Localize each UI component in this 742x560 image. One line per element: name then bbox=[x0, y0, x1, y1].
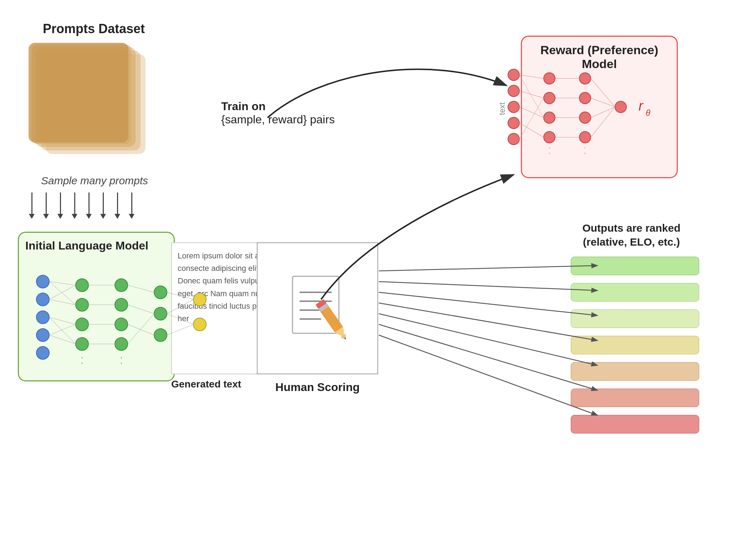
svg-line-95 bbox=[379, 324, 598, 390]
arrow-3 bbox=[57, 192, 63, 219]
arrow-8 bbox=[128, 192, 135, 219]
generated-text-label: Generated text bbox=[171, 379, 241, 390]
ilm-title: Initial Language Model bbox=[25, 239, 167, 252]
ranked-bar-1 bbox=[571, 283, 699, 302]
sample-label: Sample many prompts bbox=[41, 175, 148, 187]
arrow-7 bbox=[114, 192, 121, 219]
svg-line-94 bbox=[379, 314, 598, 365]
human-scoring-box bbox=[257, 242, 378, 374]
ranked-bar-6 bbox=[571, 415, 699, 433]
svg-line-92 bbox=[379, 292, 598, 315]
svg-line-93 bbox=[379, 303, 598, 340]
arrow-6 bbox=[100, 192, 106, 219]
train-subtext: {sample, reward} pairs bbox=[221, 113, 335, 126]
diagram-container: Prompts Dataset Sample many prompts Init… bbox=[0, 0, 742, 560]
outputs-label: Outputs are ranked(relative, ELO, etc.) bbox=[567, 221, 696, 249]
svg-point-57 bbox=[508, 101, 519, 113]
ranked-bar-5 bbox=[571, 389, 699, 407]
arrow-5 bbox=[86, 192, 92, 219]
arrow-2 bbox=[43, 192, 49, 219]
svg-point-58 bbox=[508, 117, 519, 129]
stacked-papers bbox=[29, 43, 150, 157]
prompts-dataset-label: Prompts Dataset bbox=[43, 21, 145, 36]
human-scoring-icon bbox=[285, 273, 350, 344]
reward-box: Reward (Preference) Model bbox=[521, 36, 678, 178]
arrow-4 bbox=[71, 192, 78, 219]
ranked-bar-0 bbox=[571, 257, 699, 275]
ranked-bars bbox=[571, 257, 699, 433]
ranked-bar-3 bbox=[571, 336, 699, 354]
ilm-box: Initial Language Model bbox=[18, 232, 175, 381]
svg-line-90 bbox=[379, 266, 598, 271]
svg-point-56 bbox=[508, 85, 519, 97]
outputs-title: Outputs are ranked(relative, ELO, etc.) bbox=[582, 222, 680, 248]
svg-point-55 bbox=[508, 69, 519, 81]
svg-point-59 bbox=[508, 133, 519, 145]
svg-text:text: text bbox=[498, 102, 507, 115]
reward-title: Reward (Preference) Model bbox=[528, 43, 670, 71]
arrows-down bbox=[29, 192, 135, 219]
ranked-bar-4 bbox=[571, 362, 699, 381]
ranked-bar-2 bbox=[571, 309, 699, 328]
svg-line-91 bbox=[379, 282, 598, 291]
arrow-1 bbox=[29, 192, 35, 219]
human-scoring-label: Human Scoring bbox=[262, 381, 373, 394]
train-bold: Train on bbox=[221, 100, 265, 113]
paper-5 bbox=[29, 43, 128, 143]
train-label: Train on {sample, reward} pairs bbox=[221, 100, 335, 126]
svg-line-96 bbox=[379, 335, 598, 415]
